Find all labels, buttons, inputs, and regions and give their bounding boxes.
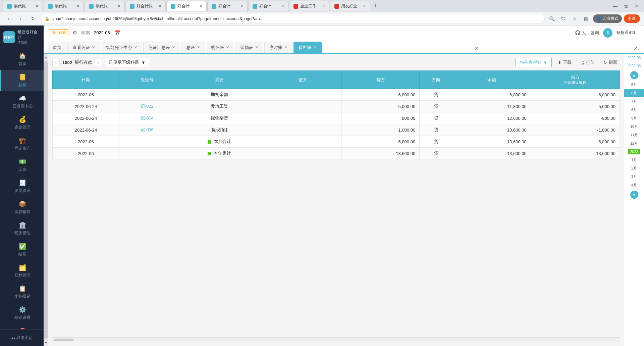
browser-tab-9[interactable]: 用友好业 ✕ (330, 1, 370, 11)
new-tab-button[interactable]: + (371, 1, 380, 11)
tab-close-9[interactable]: ✕ (363, 4, 366, 8)
forward-button[interactable]: › (16, 14, 25, 23)
timeline-month-12[interactable]: 12月 (624, 139, 644, 148)
tab-close-7[interactable]: ✕ (281, 4, 284, 8)
sidebar-item-archive[interactable]: 🗂️ 归档管理 (0, 260, 44, 282)
refresh-button[interactable]: ↻ 刷新 (601, 58, 620, 67)
tab-balance[interactable]: 余额表 ✕ (235, 42, 263, 53)
star-icon[interactable]: ☆ (570, 14, 580, 23)
timeline-header-2[interactable]: 2022.06 (626, 62, 642, 70)
close-window-button[interactable]: ✕ (632, 1, 641, 11)
timeline-month-10[interactable]: 10月 (624, 122, 644, 131)
subject-filter-dropdown[interactable]: 只显示下级科目 ▼ (105, 58, 149, 67)
tab-smart-voucher[interactable]: 智能凭证中心 ✕ (101, 42, 142, 53)
browser-tab-5[interactable]: 好会计 ✕ (166, 1, 207, 11)
browser-tab-7[interactable]: 好会计 ✕ (248, 1, 288, 11)
timeline-month-5[interactable]: 5月 (624, 81, 644, 89)
search-icon[interactable]: 🔍 (547, 14, 557, 23)
timeline-month-9[interactable]: 9月 (624, 114, 644, 122)
browser-tab-1[interactable]: 易代账 ✕ (3, 1, 43, 11)
tab-close-2[interactable]: ✕ (76, 4, 79, 8)
update-button[interactable]: 更新 (624, 14, 640, 23)
timeline-month-4-2023[interactable]: 4月 (624, 181, 644, 189)
sidebar-item-assets[interactable]: 🏗️ 固定资产 (0, 134, 44, 155)
user-avatar[interactable]: B (603, 28, 612, 38)
horizontal-scrollbar[interactable] (52, 337, 620, 342)
vertical-scrollbar[interactable]: ▲ ▼ (44, 54, 48, 346)
tab-sequence[interactable]: 序时账 ✕ (264, 42, 292, 53)
scroll-thumb[interactable] (44, 61, 48, 339)
demo-badge[interactable]: 演示账套 (49, 29, 68, 36)
voucher-link-2[interactable]: 记-004 (141, 115, 154, 120)
url-input[interactable]: 🔒 cloud2.chanjet.com/accounting/uh26t264… (40, 14, 545, 24)
sidebar-item-ledger[interactable]: 📒 总账 (0, 70, 44, 91)
multi-col-button[interactable]: 特殊多栏账 ▼ (516, 58, 552, 67)
tab-close-sequence[interactable]: ✕ (284, 45, 287, 50)
restore-button[interactable]: ⧉ (621, 1, 631, 11)
browser-tab-3[interactable]: 易代账 ✕ (85, 1, 125, 11)
sidebar-item-salary[interactable]: 💵 工资 (0, 155, 44, 176)
calendar-icon[interactable]: 📅 (114, 30, 121, 36)
timeline-month-8[interactable]: 8月 (624, 106, 644, 114)
tab-general-ledger[interactable]: 总账 ✕ (181, 42, 205, 53)
tab-detail-ledger[interactable]: 明细账 ✕ (206, 42, 234, 53)
sidebar-item-settings[interactable]: ⚙️ 基础设置 (0, 303, 44, 324)
sidebar-item-expense[interactable]: 📋 小畅报销 (0, 282, 44, 303)
browser-tab-4[interactable]: 好会计账 ✕ (125, 1, 166, 11)
tab-close-general[interactable]: ✕ (197, 45, 200, 50)
scroll-up-button[interactable]: ▲ (44, 54, 48, 60)
refresh-nav-button[interactable]: ↻ (28, 14, 38, 23)
sidebar-item-finance[interactable]: 💰 资金管理 (0, 112, 44, 134)
sidebar-item-tax[interactable]: 🏛️ 税务管理 (0, 218, 44, 239)
back-button[interactable]: ‹ (4, 14, 13, 23)
settings-toolbar-icon[interactable]: ⚙ (72, 30, 77, 36)
tab-voucher-summary[interactable]: 凭证汇总表 ✕ (143, 42, 180, 53)
sidebar-toggle-icon[interactable]: ▤ (582, 14, 591, 23)
timeline-month-3-2023[interactable]: 3月 (624, 172, 644, 181)
sidebar-item-home[interactable]: 🏠 首页 (0, 49, 44, 70)
tab-close-balance[interactable]: ✕ (255, 45, 258, 50)
timeline-month-1-2023[interactable]: 1月 (624, 156, 644, 164)
sidebar-item-invoice[interactable]: 🧾 发票管理 (0, 176, 44, 197)
tab-close-voucher[interactable]: ✕ (92, 45, 95, 50)
tab-close-summary[interactable]: ✕ (172, 45, 175, 50)
timeline-month-11[interactable]: 11月 (624, 131, 644, 139)
account-next-button[interactable]: › (95, 59, 102, 66)
tab-close-8[interactable]: ✕ (322, 4, 325, 8)
minimize-button[interactable]: — (610, 1, 620, 11)
tab-home[interactable]: 首页 (48, 42, 66, 53)
tab-close-5[interactable]: ✕ (199, 4, 202, 8)
tab-close-detail[interactable]: ✕ (226, 45, 229, 50)
tab-voucher-view[interactable]: 查看凭证 ✕ (67, 42, 100, 53)
browser-tab-6[interactable]: 好会计 ✕ (207, 1, 248, 11)
print-button[interactable]: 🖨 打印 (578, 58, 597, 67)
tab-close-multi[interactable]: ✕ (314, 45, 317, 50)
timeline-month-2-2023[interactable]: 2月 (624, 164, 644, 172)
timeline-down-button[interactable]: ▼ (630, 191, 638, 199)
sidebar-item-close[interactable]: ✅ 结账 (0, 239, 44, 260)
wuhen-button[interactable]: 👤 无痕模式 (593, 14, 622, 23)
sidebar-item-guide[interactable]: 🎯 新手引导 (0, 324, 44, 329)
tab-close-6[interactable]: ✕ (240, 4, 243, 8)
tab-close-smart[interactable]: ✕ (134, 45, 137, 50)
account-prev-button[interactable]: ‹ (52, 59, 60, 66)
download-button[interactable]: ⬇ 下载 (555, 58, 574, 67)
scroll-down-button[interactable]: ▼ (44, 339, 48, 346)
consult-button[interactable]: 🎧 人工咨询 (575, 30, 599, 36)
pin-button[interactable]: ◂◂ 取消固定 (3, 333, 40, 343)
browser-tab-2[interactable]: 易代账 ✕ (44, 1, 84, 11)
voucher-link-3[interactable]: 记-006 (141, 127, 154, 132)
voucher-link-1[interactable]: 记-002 (141, 104, 154, 109)
tab-close-3[interactable]: ✕ (117, 4, 120, 8)
collapse-tabs-button[interactable]: ✕ (472, 44, 481, 53)
timeline-month-6[interactable]: 6月 (624, 89, 644, 97)
timeline-up-button[interactable]: ▲ (630, 71, 638, 79)
timeline-year-2023[interactable]: 2023 (628, 149, 640, 154)
browser-tab-8[interactable]: 企业工作 ✕ (289, 1, 329, 11)
timeline-month-7[interactable]: 7月 (624, 97, 644, 106)
timeline-header-1[interactable]: 2022.06 (626, 54, 642, 62)
sidebar-item-inventory[interactable]: 📦 库存核算 (0, 197, 44, 218)
scrollbar-thumb[interactable] (54, 339, 74, 341)
user-name[interactable]: 畅捷通B组... (616, 30, 639, 36)
expand-panel-button[interactable]: ⤢ (631, 44, 640, 53)
